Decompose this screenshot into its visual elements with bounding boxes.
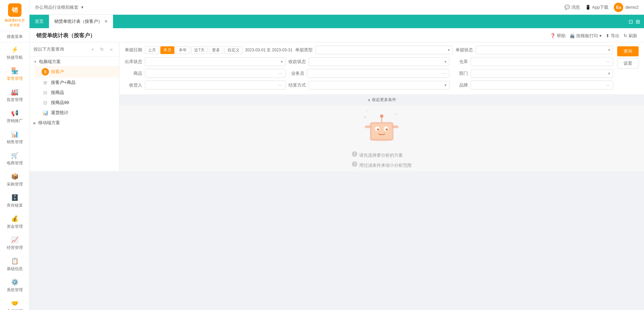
- sidebar-item-finance[interactable]: 💰 资金管理: [0, 212, 29, 233]
- sidebar-item-purchase[interactable]: 📦 采购管理: [0, 169, 29, 191]
- search-menu-item[interactable]: 搜索菜单: [0, 31, 29, 43]
- main-content: 办公用品行业模拟账套 ▾ 💬 消息 📱 App下载 Ea demo2 首页 销货…: [30, 0, 644, 310]
- query-button[interactable]: 查询: [617, 46, 639, 56]
- wholesale-icon: 🏭: [11, 88, 18, 96]
- scheme-by-goods[interactable]: ⊟ 按商品: [35, 88, 119, 98]
- sidebar-item-sales[interactable]: 📊 销售管理: [0, 127, 29, 148]
- goods-label: 商品: [125, 70, 145, 76]
- brand-filter: 品牌 ···: [452, 81, 613, 90]
- add-scheme-button[interactable]: +: [89, 46, 96, 53]
- page-body: 销货单统计表（按客户） ❓ 帮助 🖨️ 按模板打印 ▾ ⬆ 导出 ↻ 刷新: [30, 28, 644, 310]
- mobile-group-header[interactable]: ▶ 移动端方案: [30, 118, 119, 127]
- sidebar-item-wholesale[interactable]: 🏭 批发管理: [0, 85, 29, 106]
- refresh-button[interactable]: ↻ 刷新: [624, 33, 637, 39]
- scheme-by-goods99-label: 按商品99: [51, 100, 115, 106]
- export-button[interactable]: ⬆ 导出: [606, 33, 620, 39]
- sidebar-item-basic[interactable]: 📋 基础信息: [0, 254, 29, 275]
- svg-point-6: [386, 128, 388, 131]
- salesperson-input[interactable]: ···: [307, 69, 449, 78]
- svg-rect-7: [365, 125, 371, 128]
- more-date-btn[interactable]: 更多: [209, 46, 223, 54]
- scheme-return-stats[interactable]: 📊 退货统计: [35, 108, 119, 118]
- filter-content: 单据日期 上月 本月 本年 近7天 更多 自定义: [125, 46, 613, 92]
- tab-home[interactable]: 首页: [30, 15, 49, 28]
- print-icon: 🖨️: [570, 33, 575, 38]
- empty-tip: 1 请先选择要分析的方案 2 用过滤条件来缩小分析范围: [352, 151, 412, 170]
- scheme-by-customer[interactable]: 客 按客户: [35, 66, 119, 78]
- doc-status-chevron-icon: ▾: [608, 48, 610, 52]
- sidebar-item-coop[interactable]: 🤝 企业协同: [0, 296, 29, 310]
- date-range-display: 2023-03-01 至 2023-03-31: [245, 47, 292, 53]
- right-section: 单据日期 上月 本月 本年 近7天 更多 自定义: [119, 42, 644, 171]
- doc-type-select[interactable]: ▾: [315, 46, 453, 54]
- maximize-icon[interactable]: ⊞: [636, 18, 640, 25]
- receiver-filter: 收货人 ···: [125, 81, 286, 90]
- sidebar-menu: ⚡ 快捷导航 🏪 零售管理 🏭 批发管理 📢 营销推广 📊 销售管理 🛒 电商管…: [0, 43, 29, 310]
- scheme-by-goods99[interactable]: ⊟ 按商品99: [35, 98, 119, 108]
- shortcut-icon: ⚡: [11, 46, 18, 53]
- system-icon: ⚙️: [11, 278, 18, 286]
- collapse-up-icon: ∧: [368, 98, 371, 102]
- tab-actions: ⊡ ⊞: [629, 18, 644, 25]
- dept-chevron-icon: ▾: [608, 71, 610, 76]
- logo-icon: 销: [8, 3, 21, 17]
- doc-status-filter: 单据状态 ▾: [455, 46, 613, 54]
- ecom-icon: 🛒: [11, 152, 18, 159]
- custom-date-btn[interactable]: 自定义: [224, 46, 243, 54]
- salesperson-label: 业务员: [288, 70, 307, 76]
- brand-input[interactable]: ···: [471, 81, 613, 90]
- sidebar-item-stock[interactable]: 🗄️ 库存核算: [0, 191, 29, 212]
- help-button[interactable]: ❓ 帮助: [550, 33, 566, 39]
- tab-close-icon[interactable]: ✕: [104, 19, 108, 24]
- pc-group-header[interactable]: ▼ 电脑端方案: [30, 57, 119, 66]
- svg-rect-8: [392, 125, 398, 128]
- settle-select[interactable]: ▾: [309, 81, 449, 90]
- sidebar-shortcut[interactable]: ⚡ 快捷导航: [0, 43, 29, 64]
- logo-text: 畅捷通好生意 标准版: [5, 18, 25, 28]
- brand-label: 品牌: [452, 82, 471, 88]
- message-button[interactable]: 💬 消息: [565, 4, 580, 10]
- finance-icon: 💰: [11, 215, 18, 222]
- last-month-btn[interactable]: 上月: [145, 46, 159, 54]
- dropdown-arrow-icon[interactable]: ▾: [81, 5, 84, 10]
- dept-select[interactable]: ▾: [471, 69, 613, 78]
- sidebar-item-ecom[interactable]: 🛒 电商管理: [0, 148, 29, 169]
- print-dropdown-icon: ▾: [599, 33, 602, 38]
- this-month-btn[interactable]: 本月: [160, 46, 174, 54]
- sidebar-item-retail[interactable]: 🏪 零售管理: [0, 64, 29, 85]
- tab-active[interactable]: 销货单统计表（按客户） ✕: [49, 15, 113, 28]
- empty-state-content: ✦ ✦ ✦ 1 请先选择要分析的方案 2: [352, 105, 412, 171]
- left-panel: 按以下方案查询 + ↻ « ▼ 电脑端方案 客 按客户: [30, 42, 119, 171]
- collapse-bar[interactable]: ∧ 收起更多条件: [119, 94, 644, 105]
- return-stats-icon: 📊: [42, 110, 49, 115]
- sidebar-item-marketing[interactable]: 📢 营销推广: [0, 106, 29, 127]
- pay-status-chevron-icon: ▾: [444, 59, 446, 64]
- goods-input[interactable]: ···: [145, 69, 286, 78]
- dept-label: 部门: [452, 70, 471, 76]
- last7-btn[interactable]: 近7天: [191, 46, 208, 54]
- doc-status-select[interactable]: ▾: [476, 46, 613, 54]
- scheme-by-customer-goods[interactable]: ⊞ 按客户+商品: [35, 78, 119, 88]
- sidebar-item-operation[interactable]: 📈 经营管理: [0, 233, 29, 254]
- basic-icon: 📋: [11, 257, 18, 265]
- operation-icon: 📈: [11, 236, 18, 244]
- app-download-button[interactable]: 📱 App下载: [585, 4, 608, 10]
- settings-button[interactable]: 设置: [617, 58, 639, 68]
- refresh-scheme-button[interactable]: ↻: [98, 46, 106, 53]
- pay-status-select[interactable]: ▾: [309, 57, 449, 66]
- receiver-input[interactable]: ···: [145, 81, 286, 90]
- out-status-select[interactable]: ▾: [145, 57, 286, 66]
- warehouse-input[interactable]: ···: [471, 57, 613, 66]
- message-icon: 💬: [565, 5, 570, 10]
- doc-type-chevron-icon: ▾: [448, 48, 450, 52]
- pay-status-label: 收款状态: [288, 59, 309, 65]
- this-year-btn[interactable]: 本年: [176, 46, 190, 54]
- home-tab-label: 首页: [35, 18, 44, 24]
- header-left: 办公用品行业模拟账套 ▾: [35, 4, 84, 10]
- sidebar-item-system[interactable]: ⚙️ 系统管理: [0, 275, 29, 296]
- restore-icon[interactable]: ⊡: [629, 18, 633, 25]
- print-button[interactable]: 🖨️ 按模板打印 ▾: [570, 33, 602, 39]
- goods99-icon: ⊟: [42, 100, 49, 105]
- collapse-panel-button[interactable]: «: [108, 46, 115, 53]
- user-profile[interactable]: Ea demo2: [614, 3, 639, 12]
